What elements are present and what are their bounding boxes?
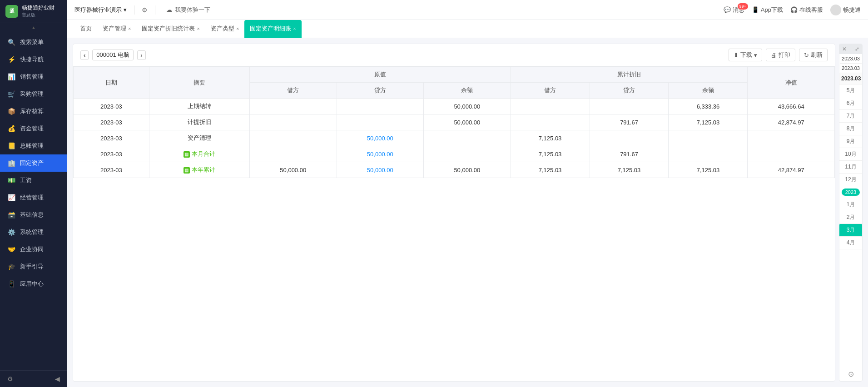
th-dep-credit: 贷方: [590, 83, 669, 99]
app-download-btn[interactable]: 📱 App下载: [752, 6, 783, 14]
sidebar-label-system: 系统管理: [20, 228, 44, 236]
sidebar-label-funds: 资金管理: [20, 124, 44, 133]
sidebar-item-sales[interactable]: 📊销售管理: [0, 68, 67, 85]
sidebar-item-appstore[interactable]: 📱应用中心: [0, 275, 67, 293]
app-logo: 通: [5, 5, 18, 18]
cloud-icon: ☁: [166, 6, 172, 13]
next-asset-btn[interactable]: ›: [137, 50, 145, 60]
month-item[interactable]: 6月: [839, 97, 862, 110]
panel-close-btn[interactable]: ✕: [842, 46, 847, 52]
month-item[interactable]: 8月: [839, 123, 862, 135]
cell-dep-debit: [511, 114, 590, 130]
sidebar-item-quicknav[interactable]: ⚡快捷导航: [0, 51, 67, 68]
sidebar-label-guide: 新手引导: [20, 263, 44, 271]
year-badge[interactable]: 2023: [842, 189, 860, 196]
sidebar-label-salary: 工资: [20, 176, 32, 184]
app-title-wrap: 畅捷通好业财 普及版: [22, 5, 55, 18]
prev-asset-btn[interactable]: ‹: [80, 50, 89, 60]
app-download-label: App下载: [761, 6, 783, 14]
sidebar-item-operations[interactable]: 📈经营管理: [0, 189, 67, 206]
settings-gear-icon[interactable]: ⚙: [142, 6, 148, 14]
month-item[interactable]: 5月: [839, 84, 862, 97]
tab-asset_mgmt[interactable]: 资产管理×: [97, 20, 136, 38]
sidebar-scroll-up[interactable]: ▲: [0, 23, 67, 32]
sidebar-item-fixed_assets[interactable]: 🏢固定资产: [0, 154, 67, 172]
sidebar-item-salary[interactable]: 💵工资: [0, 172, 67, 189]
collapse-icon[interactable]: ◀: [55, 375, 60, 382]
month-item[interactable]: 10月: [839, 148, 862, 161]
tab-close-asset_ledger[interactable]: ×: [293, 26, 296, 31]
tab-asset_ledger[interactable]: 固定资产明细账×: [244, 20, 301, 38]
cell-dep-credit: [590, 99, 669, 114]
panel-date2: 2023.03: [840, 64, 862, 73]
th-original-value: 原值: [249, 67, 511, 83]
user-name: 畅捷通: [843, 6, 861, 14]
cell-summary: ▦本月合计: [149, 146, 249, 162]
experience-label: 我要体验一下: [175, 6, 210, 14]
customer-service-label: 在线客服: [799, 6, 823, 14]
funds-icon: 💰: [7, 125, 15, 132]
sidebar-item-funds[interactable]: 💰资金管理: [0, 120, 67, 137]
sidebar-item-guide[interactable]: 🎓新手引导: [0, 258, 67, 275]
panel-expand-btn[interactable]: ⤢: [855, 46, 859, 52]
circle-down-icon[interactable]: ⊙: [848, 370, 854, 378]
company-selector[interactable]: 医疗器械行业演示 ▾: [74, 6, 127, 14]
sidebar-item-search[interactable]: 🔍搜索菜单: [0, 34, 67, 51]
tab-label-asset_mgmt: 资产管理: [103, 25, 126, 33]
tab-asset_type[interactable]: 资产类型×: [205, 20, 244, 38]
settings-icon[interactable]: ⚙: [7, 375, 13, 382]
month-item[interactable]: 9月: [839, 135, 862, 148]
month-item[interactable]: 4月: [839, 237, 862, 249]
tab-home[interactable]: 首页: [74, 20, 97, 38]
month-list: 2023.035月6月7月8月9月10月11月12月20231月2月3月4月: [839, 73, 862, 367]
month-item[interactable]: 1月: [839, 198, 862, 211]
row-icon: ▦: [184, 167, 190, 174]
month-item[interactable]: 12月: [839, 174, 862, 186]
toolbar-left: ‹ 000001 电脑 ›: [80, 50, 146, 60]
month-item[interactable]: 11月: [839, 161, 862, 174]
experience-btn[interactable]: ☁ 我要体验一下: [166, 6, 210, 14]
cell-net-value: 42,874.97: [748, 114, 835, 130]
th-orig-credit: 贷方: [337, 83, 424, 99]
messages-btn[interactable]: 💬 消息 99+: [724, 6, 744, 14]
cell-summary: 资产清理: [149, 130, 249, 146]
user-menu[interactable]: 畅捷通: [830, 5, 861, 15]
cell-dep-debit: 7,125.03: [511, 146, 590, 162]
sidebar-item-enterprise[interactable]: 🤝企业协同: [0, 241, 67, 258]
month-item[interactable]: 2月: [839, 211, 862, 224]
sidebar-item-ledger[interactable]: 📒总账管理: [0, 137, 67, 154]
print-btn[interactable]: 🖨 打印: [766, 49, 795, 61]
month-item[interactable]: 7月: [839, 110, 862, 123]
asset-table: 日期 摘要 原值 累计折旧 净值 借方 贷方 余额 借方 贷方 余额: [73, 66, 835, 178]
tab-close-asset_type[interactable]: ×: [236, 26, 239, 31]
sidebar-label-search: 搜索菜单: [20, 38, 44, 46]
download-btn[interactable]: ⬇ 下载 ▾: [729, 49, 762, 61]
month-item[interactable]: 3月: [839, 224, 862, 237]
cell-date: 2023-03: [74, 114, 149, 130]
tab-close-asset_mgmt[interactable]: ×: [128, 26, 131, 31]
purchase-icon: 🛒: [7, 90, 15, 98]
tab-depreciation_stats[interactable]: 固定资产折旧统计表×: [136, 20, 205, 38]
sidebar-header: 通 畅捷通好业财 普及版: [0, 0, 67, 23]
sidebar-label-sales: 销售管理: [20, 73, 44, 81]
tab-close-depreciation_stats[interactable]: ×: [197, 26, 199, 31]
sidebar-label-fixed_assets: 固定资产: [20, 159, 44, 167]
cell-orig-credit: [337, 114, 424, 130]
sidebar-item-base_info[interactable]: 🗃️基础信息: [0, 206, 67, 223]
sidebar-label-ledger: 总账管理: [20, 142, 44, 150]
cell-orig-balance: [424, 130, 511, 146]
cell-net-value: [748, 130, 835, 146]
cell-orig-credit: 50,000.00: [337, 130, 424, 146]
customer-service-btn[interactable]: 🎧 在线客服: [790, 6, 823, 14]
refresh-btn[interactable]: ↻ 刷新: [799, 49, 828, 61]
print-label: 打印: [779, 51, 790, 59]
sidebar-item-purchase[interactable]: 🛒采购管理: [0, 85, 67, 103]
sidebar-item-system[interactable]: ⚙️系统管理: [0, 223, 67, 241]
cell-date: 2023-03: [74, 162, 149, 178]
sidebar-item-inventory[interactable]: 📦库存核算: [0, 103, 67, 120]
table-toolbar: ‹ 000001 电脑 › ⬇ 下载 ▾ 🖨 打印 ↻: [73, 44, 835, 66]
cell-orig-balance: 50,000.00: [424, 114, 511, 130]
cell-dep-balance: 6,333.36: [669, 99, 748, 114]
sidebar-nav: 🔍搜索菜单⚡快捷导航📊销售管理🛒采购管理📦库存核算💰资金管理📒总账管理🏢固定资产…: [0, 32, 67, 370]
panel-date1: 2023.03: [840, 54, 862, 64]
